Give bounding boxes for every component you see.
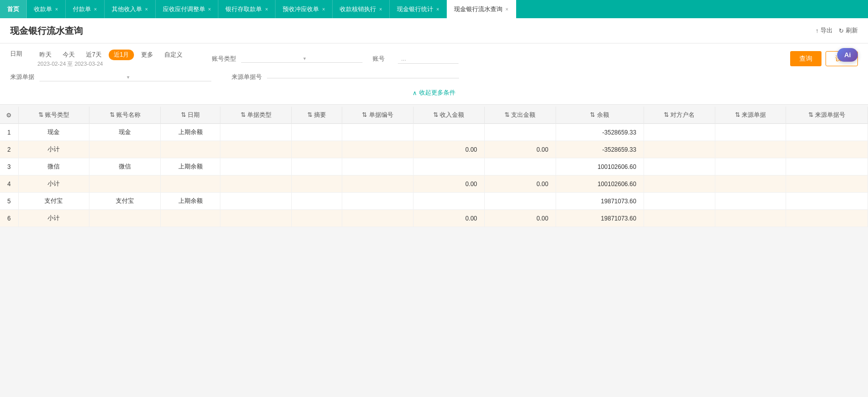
nav-tab-7[interactable]: 收款核销执行 × [333,0,390,18]
nav-tab-3[interactable]: 其他收入单 × [105,0,156,18]
th-source-doc-no[interactable]: ⇅ 来源单据号 [786,107,868,124]
cell-source-doc [715,210,786,227]
refresh-label: 刷新 [846,26,858,35]
date-btn-yesterday[interactable]: 昨天 [35,50,56,60]
nav-home[interactable]: 首页 [0,0,27,18]
date-options: 昨天 今天 近7天 近1月 更多 自定义 [35,50,187,60]
th-expense[interactable]: ⇅ 支出金额 [484,107,556,124]
collapse-bar[interactable]: ∧ 收起更多条件 [10,86,858,98]
date-btn-more[interactable]: 更多 [137,50,157,60]
th-account-name[interactable]: ⇅ 账号名称 [89,107,161,124]
th-doc-type-label: ⇅ 单据类型 [241,111,271,118]
refresh-button[interactable]: ↻ 刷新 [839,26,858,35]
date-btn-7days[interactable]: 近7天 [82,50,106,60]
th-doc-no[interactable]: ⇅ 单据编号 [342,107,413,124]
nav-tab-9[interactable]: 现金银行流水查询 × [447,0,516,18]
nav-tab-2[interactable]: 付款单 × [66,0,105,18]
close-icon[interactable]: × [55,7,58,12]
cell-counterparty [644,175,715,193]
date-btn-custom[interactable]: 自定义 [160,50,187,60]
cell-account-type: 小计 [18,210,89,227]
cell-expense [484,124,556,141]
cell-source-doc [715,141,786,158]
cell-account-name [89,175,161,193]
th-date[interactable]: ⇅ 日期 [161,107,220,124]
table-row[interactable]: 2小计0.000.00-3528659.33 [0,141,868,158]
source-doc-select[interactable]: ▾ [39,73,211,81]
cell-summary [292,193,342,210]
cell-account-name: 微信 [89,158,161,175]
account-type-select[interactable]: ▾ [241,55,362,63]
query-button[interactable]: 查询 [790,51,821,66]
cell-summary [292,141,342,158]
cell-income [413,158,484,175]
table-row[interactable]: 6小计0.000.0019871073.60 [0,210,868,227]
nav-tab-5[interactable]: 银行存取款单 × [218,0,276,18]
nav-home-label: 首页 [7,5,19,14]
cell-source-doc [715,158,786,175]
cell-expense [484,158,556,175]
table-body: 1现金现金上期余额-3528659.332小计0.000.00-3528659.… [0,124,868,227]
ai-badge[interactable]: Ai [837,48,858,62]
close-icon[interactable]: × [94,7,97,12]
source-doc-filter: 来源单据 ▾ [10,73,211,81]
nav-tab-label: 现金银行流水查询 [454,5,502,14]
cell-source-doc-no [786,175,868,193]
th-account-type[interactable]: ⇅ 账号类型 [18,107,89,124]
page-header: 现金银行流水查询 ↑ 导出 ↻ 刷新 [0,18,868,43]
cell-date: 上期余额 [161,158,220,175]
nav-tab-4[interactable]: 应收应付调整单 × [156,0,219,18]
th-source-doc[interactable]: ⇅ 来源单据 [715,107,786,124]
cell-account-name: 现金 [89,124,161,141]
nav-tab-label: 收款单 [34,5,52,14]
row-num: 1 [0,124,18,141]
table-row[interactable]: 1现金现金上期余额-3528659.33 [0,124,868,141]
cell-balance: -3528659.33 [556,124,644,141]
close-icon[interactable]: × [379,7,382,12]
close-icon[interactable]: × [265,7,268,12]
close-icon[interactable]: × [145,7,148,12]
filter-row-2: 来源单据 ▾ 来源单据号 [10,73,858,81]
close-icon[interactable]: × [322,7,325,12]
cell-date: 上期余额 [161,193,220,210]
nav-tab-8[interactable]: 现金银行统计 × [390,0,447,18]
cell-date: 上期余额 [161,124,220,141]
close-icon[interactable]: × [506,7,509,12]
nav-tab-6[interactable]: 预收冲应收单 × [276,0,333,18]
cell-account-name: 支付宝 [89,193,161,210]
close-icon[interactable]: × [208,7,211,12]
cell-account-type: 小计 [18,175,89,193]
th-counterparty[interactable]: ⇅ 对方户名 [644,107,715,124]
cell-balance: -3528659.33 [556,141,644,158]
cell-counterparty [644,141,715,158]
date-range-display: 2023-02-24 至 2023-03-24 [37,60,187,68]
cell-account-type: 支付宝 [18,193,89,210]
source-doc-no-input[interactable] [267,76,459,78]
account-input[interactable]: ... [398,54,459,64]
export-button[interactable]: ↑ 导出 [815,26,833,35]
close-icon[interactable]: × [436,7,439,12]
row-num: 5 [0,193,18,210]
th-settings[interactable]: ⚙ [0,107,18,124]
th-doc-type[interactable]: ⇅ 单据类型 [220,107,292,124]
th-income[interactable]: ⇅ 收入金额 [413,107,484,124]
cell-counterparty [644,210,715,227]
cell-account-type: 现金 [18,124,89,141]
date-btn-1month[interactable]: 近1月 [109,50,134,60]
nav-tab-1[interactable]: 收款单 × [27,0,66,18]
refresh-icon: ↻ [839,27,844,34]
filter-row-1: 日期 昨天 今天 近7天 近1月 更多 自定义 2023-02-24 至 202… [10,50,858,68]
table-row[interactable]: 4小计0.000.00100102606.60 [0,175,868,193]
date-btn-today[interactable]: 今天 [59,50,79,60]
th-balance[interactable]: ⇅ 余额 [556,107,644,124]
cell-income [413,124,484,141]
th-summary-label: ⇅ 摘要 [307,111,326,118]
cell-doc-type [220,210,292,227]
cell-date [161,141,220,158]
table-row[interactable]: 5支付宝支付宝上期余额19871073.60 [0,193,868,210]
table-row[interactable]: 3微信微信上期余额100102606.60 [0,158,868,175]
th-summary[interactable]: ⇅ 摘要 [292,107,342,124]
th-income-label: ⇅ 收入金额 [433,111,464,118]
cell-doc-no [342,175,413,193]
chevron-down-icon: ▾ [127,74,208,80]
